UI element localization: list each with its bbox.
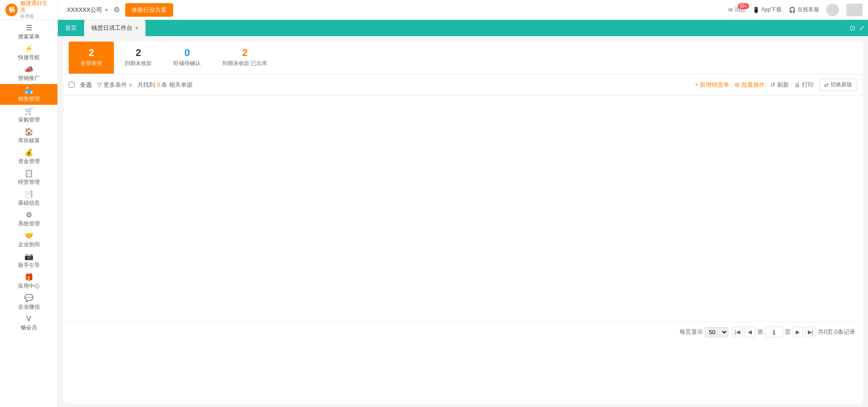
top-header: XXXXXX公司 ▼ ⚙ 体验行业方案 ✉ 消息 99+ 📱 App下载 🎧 在…	[0, 0, 868, 20]
chevron-down-icon: ▼	[104, 7, 109, 13]
print-label: 打印	[802, 81, 814, 89]
sidebar-item-13[interactable]: 💬企业微信	[0, 292, 57, 313]
stat-wangpu-label: 旺铺待确认	[174, 60, 201, 67]
sidebar-item-3[interactable]: 🏪销售管理	[0, 84, 57, 105]
sidebar-item-5[interactable]: 🏠库存核算	[0, 126, 57, 146]
stat-tab-all[interactable]: 2 全部单据	[69, 42, 114, 74]
prev-page-button[interactable]: ◀	[745, 327, 755, 337]
empty-content-area	[63, 96, 863, 322]
sidebar-item-10[interactable]: 🤝企业协同	[0, 229, 57, 250]
menu-label-8: 基础信息	[18, 199, 40, 207]
tab-home[interactable]: 首页	[58, 20, 84, 36]
sidebar-item-8[interactable]: 📑基础信息	[0, 188, 57, 209]
tab-workbench[interactable]: 钱货日清工作台 ×	[84, 20, 146, 36]
user-menu[interactable]	[846, 4, 863, 16]
menu-label-3: 销售管理	[18, 95, 40, 103]
menu-label-13: 企业微信	[18, 303, 40, 311]
message-item[interactable]: ✉ 消息 99+	[728, 6, 745, 14]
settings-icon[interactable]: ⚙	[113, 5, 120, 14]
menu-icon-4: 🛒	[24, 107, 33, 115]
filter-label: 更多条件	[104, 81, 127, 89]
menu-icon-12: 🎁	[24, 273, 33, 281]
sidebar-item-2[interactable]: 📣营销推广	[0, 63, 57, 84]
logo-icon: 畅	[5, 4, 18, 16]
sidebar-item-14[interactable]: V畅会员	[0, 313, 57, 333]
menu-icon-13: 💬	[24, 294, 33, 302]
filter-icon: ▽	[97, 81, 102, 88]
stat-overdue-out-num: 2	[242, 47, 248, 59]
menu-icon-0: ☰	[26, 23, 32, 32]
menu-icon-14: V	[26, 315, 31, 323]
sidebar-item-11[interactable]: 📷新手引导	[0, 250, 57, 271]
sidebar: 畅 畅捷通好生意 标准版 ☰搜索菜单⚡快捷导航📣营销推广🏪销售管理🛒采购管理🏠库…	[0, 0, 58, 407]
switch-label: 切换新版	[830, 81, 852, 89]
new-sale-button[interactable]: + 新增销货单	[695, 81, 729, 89]
menu-label-2: 营销推广	[18, 75, 40, 82]
menu-icon-7: 📋	[24, 169, 33, 178]
switch-icon: ⇄	[824, 82, 829, 88]
toolbar: 全选 ▽ 更多条件 ∨ 共找到 0 条 相关单据 + 新增销货单 ⊞ 批量操作	[63, 74, 863, 96]
message-icon: ✉	[728, 7, 733, 13]
select-all-checkbox[interactable]	[69, 82, 75, 88]
menu-icon-10: 🤝	[24, 231, 33, 240]
first-page-button[interactable]: |◀	[732, 327, 743, 337]
trial-button[interactable]: 体验行业方案	[125, 3, 173, 17]
tab-close-icon[interactable]: ×	[135, 25, 138, 31]
stat-overdue-label: 到期未收款	[125, 60, 152, 67]
refresh-icon: ↺	[770, 81, 775, 88]
sidebar-item-1[interactable]: ⚡快捷导航	[0, 42, 57, 63]
online-service-item[interactable]: 🎧 在线客服	[789, 6, 819, 14]
per-page-selector: 每页显示 50 100 200	[679, 327, 728, 337]
sidebar-menu: ☰搜索菜单⚡快捷导航📣营销推广🏪销售管理🛒采购管理🏠库存核算💰资金管理📋经营管理…	[0, 20, 57, 407]
tab-home-label: 首页	[65, 24, 77, 32]
menu-icon-2: 📣	[24, 65, 33, 74]
sidebar-item-0[interactable]: ☰搜索菜单	[0, 22, 57, 42]
filter-button[interactable]: ▽ 更多条件 ∨	[97, 81, 132, 89]
menu-label-0: 搜索菜单	[18, 33, 40, 41]
tab-bar: 首页 钱货日清工作台 × ⊡ ⤢	[58, 20, 868, 36]
pagination-bar: 每页显示 50 100 200 |◀ ◀ 第 页 ▶ ▶| 共0页,0条记录	[63, 322, 863, 342]
menu-label-4: 采购管理	[18, 116, 40, 124]
per-page-select[interactable]: 50 100 200	[705, 327, 728, 337]
filter-chevron-icon: ∨	[129, 82, 132, 87]
sidebar-item-4[interactable]: 🛒采购管理	[0, 105, 57, 126]
found-suffix: 相关单据	[169, 81, 193, 88]
sidebar-item-9[interactable]: ⚙系统管理	[0, 209, 57, 229]
tab-fullscreen-icon[interactable]: ⤢	[859, 24, 864, 32]
switch-new-version-button[interactable]: ⇄ 切换新版	[819, 79, 857, 91]
menu-label-6: 资金管理	[18, 158, 40, 165]
found-unit: 条	[161, 81, 167, 88]
sidebar-item-6[interactable]: 💰资金管理	[0, 146, 57, 167]
stat-wangpu-num: 0	[184, 47, 190, 59]
menu-icon-11: 📷	[24, 252, 33, 261]
tab-expand-icon[interactable]: ⊡	[850, 24, 855, 32]
tab-workbench-label: 钱货日清工作台	[91, 24, 132, 32]
menu-icon-5: 🏠	[24, 127, 33, 136]
stat-tab-overdue-out[interactable]: 2 到期未收款 已出库	[212, 42, 278, 74]
toolbar-right: + 新增销货单 ⊞ 批量操作 ↺ 刷新 🖨 打印 ⇄ 切换新版	[695, 79, 857, 91]
stat-tab-wangpu[interactable]: 0 旺铺待确认	[163, 42, 212, 74]
menu-label-9: 系统管理	[18, 220, 40, 228]
sidebar-item-12[interactable]: 🎁应用中心	[0, 271, 57, 292]
page-suffix: 页	[785, 328, 791, 336]
batch-ops-label: 批量操作	[741, 81, 765, 89]
page-number-input[interactable]	[765, 327, 783, 337]
avatar[interactable]	[826, 4, 839, 16]
print-button[interactable]: 🖨 打印	[794, 81, 814, 89]
app-download-icon: 📱	[753, 7, 760, 13]
found-prefix: 共找到	[137, 81, 155, 88]
sidebar-item-7[interactable]: 📋经营管理	[0, 167, 57, 188]
app-download-item[interactable]: 📱 App下载	[753, 6, 782, 14]
batch-ops-button[interactable]: ⊞ 批量操作	[735, 81, 765, 89]
company-name: XXXXXX公司	[67, 6, 102, 14]
logo-sub: 标准版	[20, 13, 52, 19]
refresh-button[interactable]: ↺ 刷新	[770, 81, 789, 89]
last-page-button[interactable]: ▶|	[805, 327, 816, 337]
next-page-button[interactable]: ▶	[793, 327, 803, 337]
company-selector[interactable]: XXXXXX公司 ▼	[67, 6, 109, 14]
stat-tab-overdue[interactable]: 2 到期未收款	[114, 42, 163, 74]
page-prefix: 第	[757, 328, 763, 336]
menu-label-1: 快捷导航	[18, 54, 40, 61]
per-page-label: 每页显示	[679, 328, 703, 336]
menu-label-10: 企业协同	[18, 241, 40, 248]
